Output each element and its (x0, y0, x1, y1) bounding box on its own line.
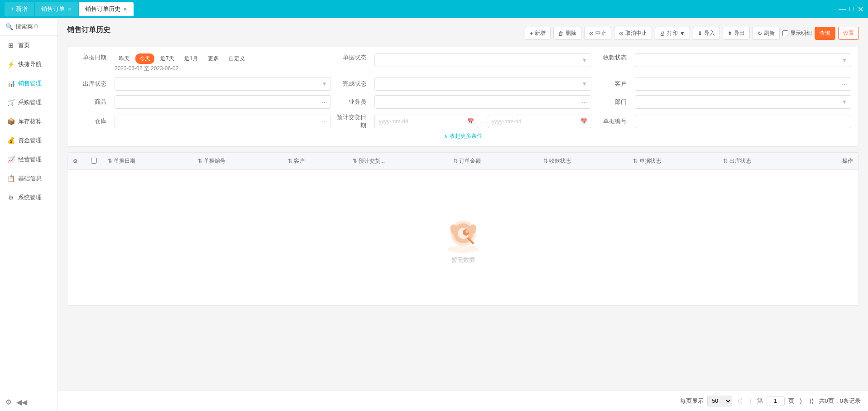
th-date[interactable]: ⇅ 单据日期 (102, 153, 192, 170)
next-page-btn[interactable]: ⟩ (798, 396, 804, 406)
product-label: 商品 (75, 98, 106, 106)
th-outbound-status-label: ⇅ 出库状态 (723, 158, 751, 164)
window-minimize-icon[interactable]: — (839, 5, 846, 13)
complete-select[interactable]: ▼ (374, 77, 591, 91)
th-payment-status[interactable]: ⇅ 收款状态 (538, 153, 628, 170)
purchase-icon: 🛒 (7, 99, 14, 106)
first-page-btn[interactable]: ⟨⟨ (736, 396, 744, 406)
th-amount[interactable]: ⇅ 订单金额 (448, 153, 538, 170)
empty-state: 暂无数据 (73, 174, 853, 300)
date-btn-1month[interactable]: 近1月 (180, 53, 202, 64)
th-settings[interactable]: ⚙ (67, 153, 86, 170)
sidebar-item-finance[interactable]: 💰 资金管理 (0, 131, 58, 150)
last-page-btn[interactable]: ⟩⟩ (807, 396, 815, 406)
sidebar-search[interactable]: 🔍 搜索菜单 (0, 18, 58, 36)
sales-icon: 📊 (7, 80, 14, 87)
tab-home[interactable]: + 新增 (5, 2, 34, 16)
delivery-start-calendar-icon[interactable]: 📅 (467, 118, 474, 125)
display-detail-label[interactable]: 显示明细 (782, 29, 812, 37)
th-doc-status[interactable]: ⇅ 单据状态 (628, 153, 718, 170)
delivery-start-input[interactable]: yyyy-mm-dd 📅 (374, 115, 478, 128)
sidebar-item-inventory-label: 库存核算 (18, 117, 42, 126)
import-label: 导入 (704, 29, 715, 37)
page-title: 销售订单历史 (67, 25, 110, 35)
sidebar-item-system[interactable]: ⚙ 系统管理 (0, 188, 58, 207)
sidebar-item-operations[interactable]: 📈 经营管理 (0, 150, 58, 169)
dept-select[interactable]: ▼ (635, 95, 851, 109)
order-no-input[interactable] (635, 115, 851, 128)
salesperson-input[interactable]: ··· (374, 95, 591, 109)
warehouse-dots[interactable]: ··· (322, 118, 327, 125)
date-btn-yesterday[interactable]: 昨天 (115, 53, 134, 64)
payment-select[interactable]: ▼ (635, 53, 851, 67)
date-range-display: 2023-06-02 至 2023-06-02 (115, 65, 331, 73)
settings-bottom-icon[interactable]: ⚙ (5, 398, 12, 406)
search-icon: 🔍 (5, 23, 13, 30)
new-label: 新增 (535, 29, 546, 37)
delivery-end-calendar-icon[interactable]: 📅 (580, 118, 587, 125)
sidebar-item-home[interactable]: ⊞ 首页 (0, 36, 58, 55)
customer-dots[interactable]: ··· (842, 80, 847, 87)
top-bar: + 新增 销售订单 ✕ 销售订单历史 ✕ — □ ✕ (0, 0, 868, 18)
print-dropdown-icon: ▼ (680, 30, 685, 37)
tab-sales-order-close[interactable]: ✕ (67, 6, 72, 12)
delivery-end-input[interactable]: yyyy-mm-dd 📅 (488, 115, 591, 128)
export-button[interactable]: ⬆ 导出 (723, 27, 750, 40)
content-area: 销售订单历史 + 新增 🗑 删除 ⊘ 中止 ⊘ (58, 18, 868, 391)
new-button[interactable]: + 新增 (525, 27, 551, 40)
toolbar: + 新增 🗑 删除 ⊘ 中止 ⊘ 取消中止 (525, 27, 859, 40)
tab-sales-order[interactable]: 销售订单 ✕ (35, 2, 78, 16)
product-dots[interactable]: ··· (322, 98, 327, 106)
data-table-wrapper: ⚙ ⇅ 单据日期 ⇅ 单据编号 (67, 152, 859, 306)
sidebar-item-quick-nav[interactable]: ⚡ 快捷导航 (0, 55, 58, 74)
sidebar-item-sales[interactable]: 📊 销售管理 (0, 74, 58, 93)
order-no-label: 单据编号 (595, 117, 627, 126)
th-action-label: 操作 (842, 158, 853, 164)
th-checkbox[interactable] (86, 153, 102, 170)
query-button[interactable]: 查询 (815, 27, 835, 40)
delete-button[interactable]: 🗑 删除 (553, 27, 581, 40)
delivery-end-placeholder: yyyy-mm-dd (492, 118, 580, 125)
sidebar-item-purchase[interactable]: 🛒 采购管理 (0, 93, 58, 112)
current-page-input[interactable] (767, 396, 785, 406)
stop-button[interactable]: ⊘ 中止 (584, 27, 611, 40)
display-detail-checkbox[interactable] (782, 30, 788, 36)
date-btn-custom[interactable]: 自定义 (225, 53, 249, 64)
product-input[interactable]: ··· (115, 95, 331, 109)
date-btn-today[interactable]: 今天 (135, 53, 154, 64)
print-button[interactable]: 🖨 打印 ▼ (655, 27, 690, 40)
status-select[interactable]: ▼ (374, 53, 591, 67)
payment-dropdown-icon: ▼ (842, 57, 847, 63)
sidebar-item-basic-label: 基础信息 (18, 174, 42, 183)
th-outbound-status[interactable]: ⇅ 出库状态 (718, 153, 808, 170)
customer-input[interactable]: ··· (635, 77, 851, 91)
system-icon: ⚙ (7, 194, 14, 201)
refresh-label: 刷新 (764, 29, 775, 37)
tab-sales-history-close[interactable]: ✕ (123, 6, 127, 12)
th-order-no[interactable]: ⇅ 单据编号 (192, 153, 283, 170)
warehouse-input[interactable]: ··· (115, 115, 331, 128)
page-size-select[interactable]: 10 20 50 100 (707, 396, 732, 406)
column-settings-icon[interactable]: ⚙ (73, 158, 78, 164)
refresh-button[interactable]: ↻ 刷新 (753, 27, 780, 40)
collapse-btn[interactable]: ∧ 收起更多条件 (75, 132, 851, 140)
sidebar-item-inventory[interactable]: 📦 库存核算 (0, 112, 58, 131)
date-btn-more[interactable]: 更多 (204, 53, 223, 64)
th-customer[interactable]: ⇅ 客户 (283, 153, 347, 170)
date-btn-7days[interactable]: 近7天 (156, 53, 178, 64)
window-maximize-icon[interactable]: □ (849, 5, 854, 13)
finance-icon: 💰 (7, 137, 14, 144)
sidebar-item-basic[interactable]: 📋 基础信息 (0, 169, 58, 188)
collapse-sidebar-icon[interactable]: ◀◀ (16, 398, 27, 406)
settings-button[interactable]: 设置 (838, 27, 859, 40)
select-all-checkbox[interactable] (91, 158, 97, 164)
sidebar: 🔍 搜索菜单 ⊞ 首页 ⚡ 快捷导航 📊 销售管理 🛒 采购管理 📦 库存核算 … (0, 18, 58, 411)
cancel-stop-button[interactable]: ⊘ 取消中止 (614, 27, 652, 40)
prev-page-btn[interactable]: ⟨ (748, 396, 753, 406)
outbound-select[interactable]: ▼ (115, 77, 331, 91)
window-close-icon[interactable]: ✕ (858, 5, 863, 14)
import-button[interactable]: ⬇ 导入 (693, 27, 720, 40)
th-delivery[interactable]: ⇅ 预计交货... (347, 153, 448, 170)
salesperson-dots[interactable]: ··· (582, 98, 587, 106)
tab-sales-history[interactable]: 销售订单历史 ✕ (79, 2, 134, 16)
